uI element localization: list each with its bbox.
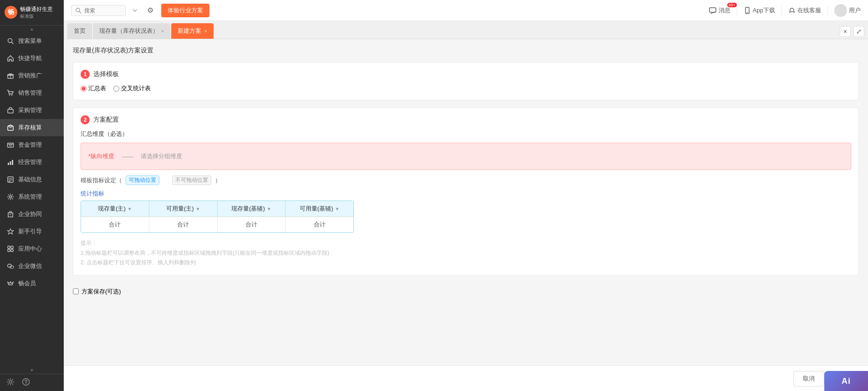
sidebar-item-marketing-label: 营销推广 — [18, 72, 42, 80]
trial-button[interactable]: 体验行业方案 — [161, 4, 209, 17]
svg-rect-10 — [8, 143, 14, 147]
stats-body-col-0: 合计 — [81, 217, 149, 232]
stats-col-1[interactable]: 可用量(主) ▼ — [149, 201, 218, 216]
indicator-settings-title: 模板指标设定（ — [81, 176, 122, 185]
svg-point-33 — [26, 383, 26, 384]
app-icon — [6, 245, 15, 253]
svg-point-31 — [9, 381, 12, 383]
messages-badge: 99+ — [727, 3, 737, 7]
user-avatar-button[interactable]: 用户 — [834, 4, 861, 17]
svg-marker-24 — [8, 229, 14, 234]
sidebar-nav: 搜索菜单 快捷导航 营销推广 销售管理 采购管理 — [0, 32, 64, 367]
sidebar-item-inventory[interactable]: 库存核算 — [0, 119, 64, 136]
template-radio-group: 汇总表 交叉统计表 — [81, 84, 851, 93]
summary-dimension-title: 汇总维度（必选） — [81, 130, 851, 138]
svg-rect-14 — [10, 161, 11, 165]
app-download-button[interactable]: App下载 — [744, 6, 775, 15]
sidebar-item-search-menu[interactable]: 搜索菜单 — [0, 32, 64, 50]
step2-header: 2 方案配置 — [81, 115, 851, 124]
sidebar-item-marketing[interactable]: 营销推广 — [0, 67, 64, 84]
sidebar-item-sales[interactable]: 销售管理 — [0, 84, 64, 102]
indicator-settings-sep — [163, 176, 168, 184]
sidebar: 畅 畅赚通好生意 标准版 ▲ 搜索菜单 快捷导航 营销推广 — [0, 0, 64, 391]
indicator-settings-label: 模板指标设定（ 可拖动位置 不可拖动位置 ） — [81, 175, 851, 185]
svg-rect-15 — [12, 160, 13, 165]
app-name: 畅赚通好生意 — [20, 5, 53, 13]
stats-col-1-chevron: ▼ — [196, 206, 200, 211]
radio-summary[interactable]: 汇总表 — [81, 84, 106, 93]
dimension-row[interactable]: *纵向维度 —— 请选择分组维度 — [81, 143, 851, 170]
tab-home[interactable]: 首页 — [67, 23, 92, 39]
topbar-settings-icon[interactable]: ⚙ — [144, 4, 157, 17]
stats-body-col-2: 合计 — [218, 217, 286, 232]
radio-cross-label: 交叉统计表 — [121, 84, 151, 93]
ai-button[interactable]: Ai — [824, 371, 868, 391]
radio-cross[interactable]: 交叉统计表 — [113, 84, 151, 93]
svg-rect-36 — [710, 8, 716, 12]
sidebar-item-enterprise[interactable]: 企业协同 — [0, 206, 64, 223]
tab-new-scheme-label: 新建方案 — [178, 27, 201, 35]
sidebar-item-finance[interactable]: 资金管理 — [0, 136, 64, 154]
save-row: 方案保存(可选) — [73, 283, 859, 300]
sidebar-item-member[interactable]: 畅会员 — [0, 275, 64, 292]
step2-title: 方案配置 — [93, 116, 119, 124]
window-expand-button[interactable]: ⤢ — [853, 26, 864, 37]
sidebar-item-operations-label: 经营管理 — [18, 158, 42, 166]
tips-section: 提示： 1.拖动标题栏可以调整布局，不可跨维度或指标区域拖拽列字段(只能在同一维… — [81, 238, 851, 268]
indicator-settings: 模板指标设定（ 可拖动位置 不可拖动位置 ） 统计指标 现存量(主) ▼ 可 — [81, 175, 851, 233]
window-close-button[interactable]: × — [840, 26, 851, 37]
cancel-button[interactable]: 取消 — [793, 371, 824, 386]
svg-point-39 — [790, 8, 794, 12]
tab-new-scheme[interactable]: 新建方案 × — [171, 23, 213, 39]
sidebar-item-newbie-label: 新手引导 — [18, 227, 42, 236]
step1-card: 1 选择模板 汇总表 交叉统计表 — [73, 62, 859, 100]
tab-inventory-status-close[interactable]: × — [161, 28, 164, 34]
bag-icon — [6, 106, 15, 114]
dimension-dash: —— — [122, 153, 133, 160]
stats-table: 现存量(主) ▼ 可用量(主) ▼ 现存量(基辅) ▼ 可用量(基辅) — [81, 201, 354, 233]
sidebar-item-app-center-label: 应用中心 — [18, 245, 42, 253]
draggable-tag: 可拖动位置 — [126, 175, 159, 185]
stats-label: 统计指标 — [81, 190, 851, 198]
tabbar: 首页 现存量（库存状况表） × 新建方案 × × ⤢ — [64, 21, 868, 39]
chart-icon — [6, 158, 15, 166]
sidebar-item-newbie[interactable]: 新手引导 — [0, 223, 64, 240]
tab-inventory-status[interactable]: 现存量（库存状况表） × — [93, 23, 170, 39]
tips-title: 提示： — [81, 240, 97, 246]
topbar-dropdown-icon[interactable] — [130, 6, 139, 15]
svg-rect-7 — [8, 109, 13, 113]
save-checkbox[interactable] — [73, 288, 79, 294]
svg-line-35 — [79, 11, 81, 13]
tab-new-scheme-close[interactable]: × — [204, 28, 207, 34]
stats-col-2-chevron: ▼ — [267, 206, 271, 211]
enterprise-icon — [6, 210, 15, 218]
sidebar-settings-icon[interactable] — [6, 378, 15, 387]
messages-button[interactable]: 99+ 消息 — [709, 6, 730, 15]
stats-col-2[interactable]: 现存量(基辅) ▼ — [218, 201, 286, 216]
customer-service-button[interactable]: 在线客服 — [788, 6, 821, 15]
topbar-search-icon — [75, 7, 82, 14]
topbar-search-box[interactable] — [71, 5, 126, 16]
stats-col-3[interactable]: 可用量(基辅) ▼ — [286, 201, 353, 216]
sidebar-item-wechat[interactable]: 企业微信 — [0, 257, 64, 275]
wechat-icon — [6, 262, 15, 270]
sidebar-item-purchase[interactable]: 采购管理 — [0, 102, 64, 119]
svg-point-6 — [11, 94, 12, 95]
sidebar-item-operations[interactable]: 经营管理 — [0, 154, 64, 171]
content-area: 现存量(库存状况表)方案设置 1 选择模板 汇总表 交叉统计表 2 — [64, 39, 868, 365]
sidebar-item-app-center[interactable]: 应用中心 — [0, 240, 64, 257]
sidebar-item-system[interactable]: 系统管理 — [0, 188, 64, 206]
save-label[interactable]: 方案保存(可选) — [82, 288, 121, 296]
sidebar-item-basic-info[interactable]: 基础信息 — [0, 171, 64, 188]
stats-col-0[interactable]: 现存量(主) ▼ — [81, 201, 149, 216]
stats-table-header: 现存量(主) ▼ 可用量(主) ▼ 现存量(基辅) ▼ 可用量(基辅) — [81, 201, 353, 216]
vip-icon — [6, 279, 15, 288]
sidebar-item-quick-nav[interactable]: 快捷导航 — [0, 50, 64, 67]
scroll-up[interactable]: ▲ — [0, 26, 64, 32]
search-input[interactable] — [84, 7, 121, 14]
sidebar-help-icon[interactable] — [22, 378, 30, 387]
stats-col-0-label: 现存量(主) — [98, 205, 126, 213]
tips-item-1: 2. 点击标题栏下拉可设置排序、插入列和删除列 — [81, 258, 851, 268]
scroll-down[interactable]: ▼ — [0, 367, 64, 374]
topbar-right: 99+ 消息 App下载 在线客服 用户 — [709, 4, 861, 17]
